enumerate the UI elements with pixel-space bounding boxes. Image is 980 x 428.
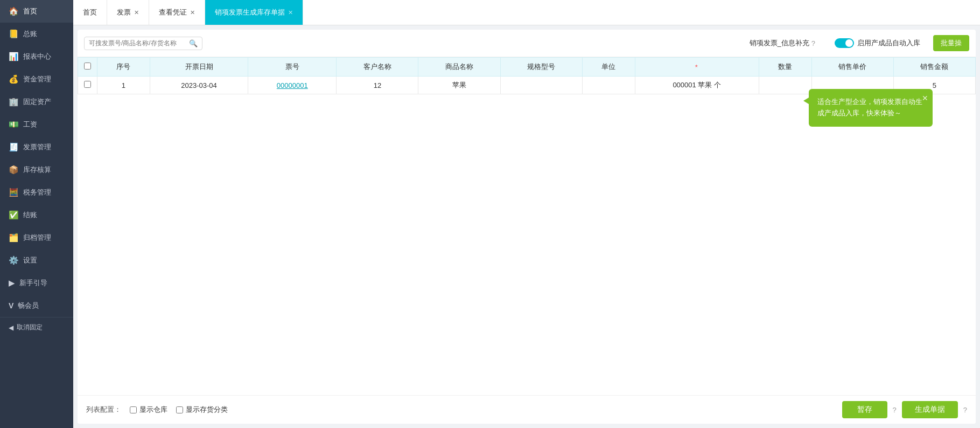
sidebar-item-label: 资金管理 — [23, 74, 51, 84]
tab-invoice-label: 发票 — [117, 8, 131, 17]
sidebar-item-fixed-assets[interactable]: 🏢 固定资产 — [0, 91, 73, 113]
tab-invoice[interactable]: 发票 ✕ — [107, 0, 149, 25]
show-category-checkbox-wrap[interactable]: 显示存货分类 — [176, 405, 228, 415]
toolbar: 🔍 销项发票_信息补充 ? 启用产成品自动入库 批量操 — [78, 30, 976, 57]
th-open-date: 开票日期 — [150, 58, 248, 77]
generate-button[interactable]: 生成单据 — [902, 401, 958, 418]
settlement-icon: ✅ — [9, 210, 19, 220]
show-warehouse-label: 显示仓库 — [139, 405, 167, 415]
inventory-icon: 📦 — [9, 165, 19, 175]
tab-home[interactable]: 首页 — [73, 0, 107, 25]
sidebar-item-settlement[interactable]: ✅ 结账 — [0, 204, 73, 226]
content-area: 🔍 销项发票_信息补充 ? 启用产成品自动入库 批量操 序 — [78, 30, 976, 424]
tab-view-voucher-label: 查看凭证 — [159, 8, 187, 17]
tooltip-popup: ✕ 适合生产型企业，销项发票自动生成产成品入库，快来体验～ — [809, 89, 933, 127]
bottom-actions: 暂存 ? 生成单据 ? — [842, 401, 967, 418]
sidebar-item-label: 新手引导 — [19, 278, 47, 288]
pin-icon: ◀ — [9, 324, 13, 332]
sidebar-item-capital-mgmt[interactable]: 💰 资金管理 — [0, 68, 73, 91]
save-button[interactable]: 暂存 — [842, 401, 887, 418]
th-seq: 序号 — [97, 58, 150, 77]
select-all-checkbox[interactable] — [84, 63, 91, 70]
info-label: 销项发票_信息补充 ? — [750, 38, 815, 48]
show-warehouse-checkbox-wrap[interactable]: 显示仓库 — [130, 405, 167, 415]
td-customer-name: 12 — [337, 77, 418, 94]
vip-icon: V — [9, 301, 13, 310]
sidebar-item-label: 报表中心 — [23, 52, 51, 61]
td-inventory-name[interactable]: 000001 苹果 个 — [635, 77, 759, 94]
th-qty: 数量 — [759, 58, 811, 77]
settings-icon: ⚙️ — [9, 256, 19, 265]
info-label-text: 销项发票_信息补充 — [750, 38, 809, 48]
sidebar-item-label: 畅会员 — [18, 301, 39, 310]
tab-home-label: 首页 — [83, 8, 97, 17]
sidebar-item-report-center[interactable]: 📊 报表中心 — [0, 45, 73, 68]
td-qty — [759, 77, 811, 94]
sidebar-item-payroll[interactable]: 💵 工资 — [0, 113, 73, 136]
th-ticket-no: 票号 — [248, 58, 337, 77]
sidebar-fix-button[interactable]: ◀ 取消固定 — [0, 317, 73, 337]
sidebar-item-guide[interactable]: ▶ 新手引导 — [0, 272, 73, 294]
sidebar-item-label: 总账 — [23, 29, 37, 39]
sidebar-item-label: 库存核算 — [23, 165, 51, 175]
sidebar: 🏠 首页 📒 总账 📊 报表中心 💰 资金管理 🏢 固定资产 💵 工资 🧾 发票… — [0, 0, 73, 428]
th-amount: 销售金额 — [893, 58, 975, 77]
sidebar-item-label: 结账 — [23, 210, 37, 220]
info-help-icon[interactable]: ? — [811, 39, 815, 47]
sidebar-item-tax-mgmt[interactable]: 🧮 税务管理 — [0, 181, 73, 204]
sidebar-item-inventory[interactable]: 📦 库存核算 — [0, 158, 73, 181]
td-checkbox[interactable] — [78, 77, 97, 94]
tab-sales-return-stock-close[interactable]: ✕ — [288, 9, 293, 16]
th-product-name: 商品名称 — [418, 58, 500, 77]
search-icon: 🔍 — [189, 39, 198, 47]
invoice-icon: 🧾 — [9, 142, 19, 152]
ledger-icon: 📒 — [9, 29, 19, 39]
th-spec-model: 规格型号 — [500, 58, 582, 77]
show-warehouse-checkbox[interactable] — [130, 406, 137, 413]
home-icon: 🏠 — [9, 6, 19, 16]
sidebar-item-invoice-mgmt[interactable]: 🧾 发票管理 — [0, 136, 73, 158]
tab-sales-return-stock-label: 销项发票生成库存单据 — [215, 8, 285, 17]
tab-sales-return-stock[interactable]: 销项发票生成库存单据 ✕ — [205, 0, 303, 25]
archive-icon: 🗂️ — [9, 233, 19, 243]
tooltip-close-button[interactable]: ✕ — [922, 92, 928, 104]
batch-button[interactable]: 批量操 — [933, 35, 969, 51]
th-select-all[interactable] — [78, 58, 97, 77]
td-product-name: 苹果 — [418, 77, 500, 94]
tab-invoice-close[interactable]: ✕ — [134, 9, 139, 16]
auto-stock-toggle[interactable] — [835, 38, 854, 48]
sidebar-item-label: 工资 — [23, 120, 37, 129]
toggle-wrap: 启用产成品自动入库 — [835, 38, 920, 48]
show-category-checkbox[interactable] — [176, 406, 183, 413]
sidebar-item-home[interactable]: 🏠 首页 — [0, 0, 73, 23]
sidebar-item-label: 发票管理 — [23, 142, 51, 152]
sidebar-item-general-ledger[interactable]: 📒 总账 — [0, 23, 73, 45]
td-open-date: 2023-03-04 — [150, 77, 248, 94]
tab-view-voucher-close[interactable]: ✕ — [190, 9, 195, 16]
report-icon: 📊 — [9, 52, 19, 61]
td-ticket-no[interactable]: 00000001 — [248, 77, 337, 94]
td-spec-model — [500, 77, 582, 94]
th-unit: 单位 — [582, 58, 635, 77]
sidebar-item-label: 设置 — [23, 256, 37, 265]
toggle-label: 启用产成品自动入库 — [857, 38, 920, 48]
row-checkbox[interactable] — [84, 81, 91, 88]
save-help-icon[interactable]: ? — [893, 406, 897, 414]
sidebar-item-settings[interactable]: ⚙️ 设置 — [0, 249, 73, 272]
generate-help-icon[interactable]: ? — [963, 406, 967, 414]
tab-view-voucher[interactable]: 查看凭证 ✕ — [149, 0, 205, 25]
sidebar-item-vip[interactable]: V 畅会员 — [0, 294, 73, 317]
search-box[interactable]: 🔍 — [84, 37, 202, 50]
capital-icon: 💰 — [9, 74, 19, 84]
guide-icon: ▶ — [9, 278, 15, 288]
search-input[interactable] — [89, 39, 187, 47]
list-config-label: 列表配置： — [86, 405, 121, 415]
th-unit-price: 销售单价 — [811, 58, 893, 77]
sidebar-item-label: 首页 — [23, 6, 37, 16]
main-area: 首页 发票 ✕ 查看凭证 ✕ 销项发票生成库存单据 ✕ 🔍 销项发票_信息补充 … — [73, 0, 980, 428]
th-inventory-name: * — [635, 58, 759, 77]
sidebar-item-archive-mgmt[interactable]: 🗂️ 归档管理 — [0, 226, 73, 249]
fixed-assets-icon: 🏢 — [9, 97, 19, 107]
sidebar-item-label: 税务管理 — [23, 188, 51, 197]
show-category-label: 显示存货分类 — [186, 405, 228, 415]
